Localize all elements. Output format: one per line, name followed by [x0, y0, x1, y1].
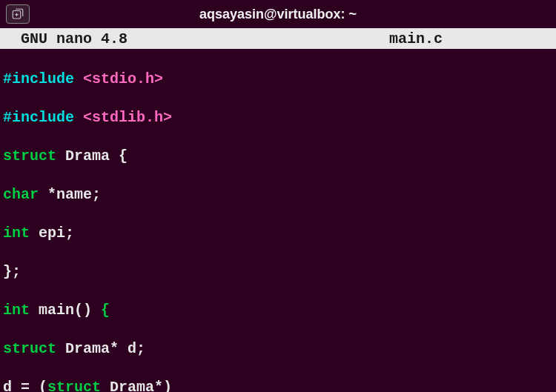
editor-content[interactable]: #include <stdio.h> #include <stdlib.h> s… — [0, 49, 556, 392]
nano-filename: main.c — [128, 30, 556, 47]
nano-header: GNU nano 4.8 main.c — [0, 28, 556, 49]
new-tab-icon — [11, 7, 24, 21]
window-title: aqsayasin@virtualbox: ~ — [33, 7, 550, 22]
code-line: int main() { — [3, 301, 553, 320]
code-line: char *name; — [3, 185, 553, 205]
code-line: int epi; — [3, 224, 553, 243]
code-line: #include <stdlib.h> — [3, 108, 553, 127]
nano-version: GNU nano 4.8 — [0, 30, 128, 47]
code-line: #include <stdio.h> — [3, 70, 553, 89]
code-line: }; — [3, 262, 553, 282]
code-line: d = (struct Drama*) — [3, 378, 553, 392]
code-line: struct Drama { — [3, 147, 553, 166]
code-line: struct Drama* d; — [3, 339, 553, 359]
new-tab-button[interactable] — [6, 4, 30, 24]
window-titlebar: aqsayasin@virtualbox: ~ — [0, 0, 556, 28]
